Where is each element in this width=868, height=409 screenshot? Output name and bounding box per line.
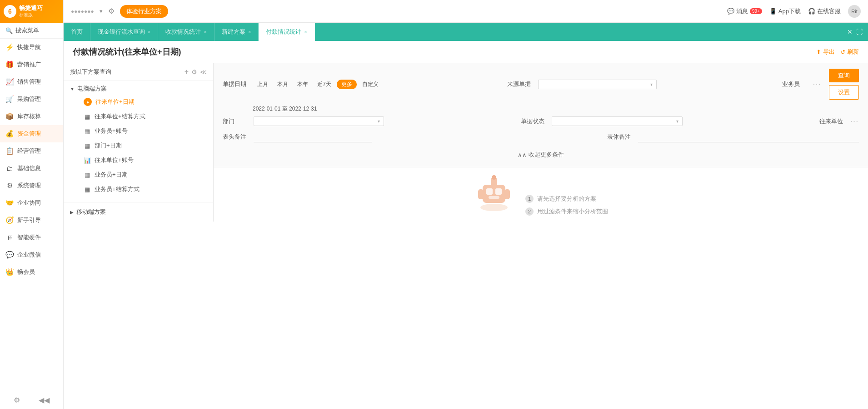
message-action[interactable]: 💬 消息 99+ [727,7,762,15]
scheme-item-dept-date[interactable]: ▦ 部门+日期 [70,138,207,153]
export-icon: ⬆ [816,49,821,56]
desktop-section-title[interactable]: ▼ 电脑端方案 [70,85,207,93]
date-range-row: 2022-01-01 至 2022-12-31 [223,105,859,113]
counterpart-dots[interactable]: ··· [850,117,859,126]
refresh-btn[interactable]: ↺ 刷新 [840,48,859,56]
tab-fullscreen-icon[interactable]: ⛶ [856,28,863,35]
purchase-label: 采购管理 [17,95,41,103]
tab-bank-close[interactable]: × [148,29,150,35]
search-label: 搜索菜单 [15,26,39,35]
sidebar-item-basic[interactable]: 🗂 基础信息 [0,160,63,177]
hint-num-2: 2 [525,207,534,216]
export-btn[interactable]: ⬆ 导出 [816,48,835,56]
header-note-input[interactable] [254,131,372,142]
sidebar-item-sales[interactable]: 📈 销售管理 [0,73,63,91]
empty-hints: 1 请先选择要分析的方案 2 用过滤条件来缩小分析范围 [525,195,608,216]
scheme-settings-icon[interactable]: ⚙ [191,68,197,76]
tab-home[interactable]: 首页 [64,23,90,41]
tab-collection-close[interactable]: × [204,29,206,35]
sidebar-item-wechat[interactable]: 💬 企业微信 [0,246,63,263]
user-avatar[interactable]: Rit [848,5,861,18]
sidebar-item-quicknav[interactable]: ⚡ 快捷导航 [0,39,63,56]
scheme-item-counterpart-account[interactable]: 📊 往来单位+账号 [70,153,207,167]
tab-close-all-icon[interactable]: ✕ [847,28,853,35]
tab-new-plan-close[interactable]: × [248,29,251,35]
topbar-user: ●●●●●●● [71,8,94,15]
tab-new-plan[interactable]: 新建方案 × [215,23,259,41]
app-download-label: App下载 [778,7,801,15]
collapse-sidebar-icon[interactable]: ◀◀ [39,396,50,404]
scheme-item-staff-settle[interactable]: ▦ 业务员+结算方式 [70,182,207,197]
logo-sub: 标准版 [19,12,43,18]
dept-select[interactable]: ▾ [254,116,384,126]
desktop-arrow-icon: ▼ [70,86,75,91]
system-label: 系统管理 [17,182,41,190]
logo-title: 畅捷通巧 [19,5,43,12]
hardware-label: 智能硬件 [17,233,41,242]
sidebar-item-vip[interactable]: 👑 畅会员 [0,263,63,281]
logo-text-group: 畅捷通巧 标准版 [19,5,43,18]
settings-bottom-icon[interactable]: ⚙ [14,396,20,404]
topbar-settings-icon[interactable]: ⚙ [108,7,115,15]
funds-icon: 💰 [5,130,14,138]
main-area: ●●●●●●● ▾ ⚙ 体验行业方案 💬 消息 99+ 📱 App下载 🎧 在线… [64,0,868,409]
tab-home-label: 首页 [71,28,83,36]
tab-bank[interactable]: 现金银行流水查询 × [90,23,158,41]
tab-payment[interactable]: 付款情况统计 × [259,23,314,41]
date-option-thisyear[interactable]: 本年 [294,79,312,90]
filter-btn-group: 查询 设置 [829,69,859,100]
scheme-item-staff-date[interactable]: ▦ 业务员+日期 [70,167,207,182]
scheme-item-counterpart-settle[interactable]: ▦ 往来单位+结算方式 [70,109,207,124]
tab-bank-label: 现金银行流水查询 [98,28,145,36]
sidebar-item-purchase[interactable]: 🛒 采购管理 [0,91,63,108]
sidebar-item-system[interactable]: ⚙ 系统管理 [0,177,63,194]
dept-select-arrow: ▾ [378,119,380,124]
scheme-icon-6: ▦ [84,186,91,193]
scheme-item-counterpart-date[interactable]: ● 往来单位+日期 [70,95,207,109]
date-option-more[interactable]: 更多 [337,80,357,89]
sidebar-item-funds[interactable]: 💰 资金管理 [0,125,63,142]
system-icon: ⚙ [5,182,14,190]
marketing-label: 营销推广 [17,61,41,69]
mobile-section-title[interactable]: ▶ 移动端方案 [70,208,207,216]
scheme-item-staff-account-label: 业务员+账号 [95,127,128,135]
sidebar-item-marketing[interactable]: 🎁 营销推广 [0,56,63,73]
body-note-input[interactable] [638,131,859,142]
trial-btn[interactable]: 体验行业方案 [120,5,168,18]
scheme-icon-3: ▦ [84,142,91,149]
empty-hint-2: 2 用过滤条件来缩小分析范围 [525,207,608,216]
date-option-lastmonth[interactable]: 上月 [254,79,272,90]
sidebar-item-hardware[interactable]: 🖥 智能硬件 [0,229,63,246]
app-download-action[interactable]: 📱 App下载 [769,7,801,15]
scheme-item-staff-account[interactable]: ▦ 业务员+账号 [70,124,207,138]
status-select[interactable]: ▾ [552,116,682,126]
sidebar-search-menu[interactable]: 🔍 搜索菜单 [0,23,63,39]
quicknav-label: 快捷导航 [17,43,41,51]
date-option-thismonth[interactable]: 本月 [274,79,292,90]
sidebar-item-enterprise[interactable]: 🤝 企业协同 [0,194,63,212]
staff-dots[interactable]: ··· [813,80,822,88]
tab-collection[interactable]: 收款情况统计 × [158,23,214,41]
topbar-dropdown-arrow[interactable]: ▾ [100,8,103,15]
query-btn[interactable]: 查询 [829,69,859,82]
tab-payment-close[interactable]: × [304,29,307,35]
basic-label: 基础信息 [17,164,41,172]
source-label: 来源单据 [507,80,531,88]
service-icon: 🎧 [808,8,815,15]
scheme-add-icon[interactable]: + [185,68,189,76]
sidebar-item-guide[interactable]: 🧭 新手引导 [0,212,63,229]
filter-row-1: 单据日期 上月 本月 本年 近7天 更多 自定义 来源单据 [223,69,859,100]
source-select[interactable]: ▾ [538,80,657,89]
scheme-divider [64,202,213,202]
guide-icon: 🧭 [5,216,14,224]
sidebar-header: 6 畅捷通巧 标准版 [0,0,63,23]
basic-icon: 🗂 [5,164,14,172]
scheme-collapse-icon[interactable]: ≪ [200,68,207,76]
date-option-7days[interactable]: 近7天 [314,79,335,90]
collapse-btn[interactable]: ∧∧ 收起更多条件 [515,148,567,162]
sidebar-item-operations[interactable]: 📋 经营管理 [0,142,63,160]
date-option-custom[interactable]: 自定义 [359,79,382,90]
settings-btn[interactable]: 设置 [829,85,859,100]
online-service-action[interactable]: 🎧 在线客服 [808,7,841,15]
sidebar-item-inventory[interactable]: 📦 库存核算 [0,108,63,125]
